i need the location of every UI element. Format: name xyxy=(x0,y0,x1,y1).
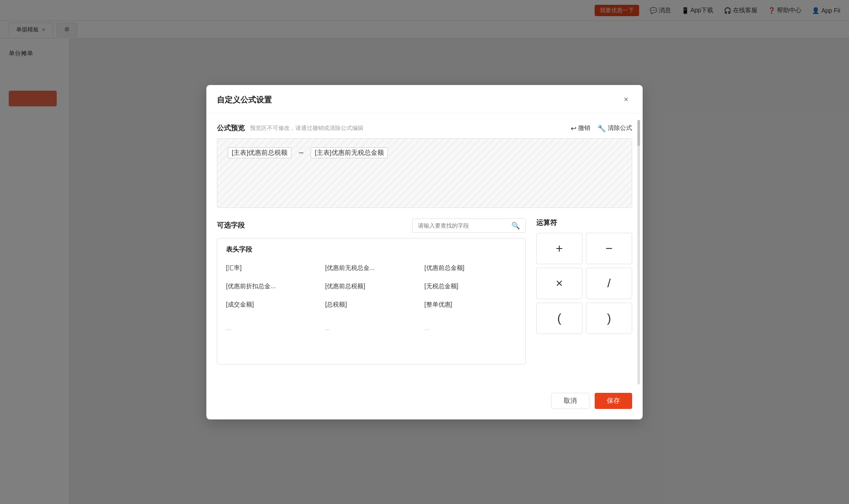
undo-label: 撤销 xyxy=(578,124,590,132)
fields-panel: 可选字段 🔍 表头字段 [汇率] [优惠 xyxy=(217,218,526,375)
clear-icon: 🔧 xyxy=(597,124,606,133)
fields-search-input[interactable] xyxy=(418,222,508,229)
field-item-pretax-notax-total[interactable]: [优惠前无税总金... xyxy=(322,259,421,277)
operator-plus-button[interactable]: + xyxy=(536,233,582,264)
modal-overlay: 自定义公式设置 × 公式预览 预览区不可修改，请通过撤销或清除公式编辑 ↩ 撤销 xyxy=(0,0,849,504)
field-item-total-tax[interactable]: [总税额] xyxy=(322,296,421,314)
formula-preview-box: [主表]优惠前总税额 – [主表]优惠前无税总金额 xyxy=(217,138,632,208)
search-icon: 🔍 xyxy=(511,221,520,230)
field-item-exchange-rate[interactable]: [汇率] xyxy=(223,259,322,277)
multiply-icon: × xyxy=(556,276,563,290)
operator-rparen-button[interactable]: ) xyxy=(586,303,632,334)
modal-scrollbar-thumb xyxy=(637,120,640,146)
formula-preview-title: 公式预览 xyxy=(217,124,245,133)
operator-divide-button[interactable]: / xyxy=(586,268,632,299)
divide-icon: / xyxy=(607,276,611,290)
fields-title: 可选字段 xyxy=(217,221,245,230)
fields-group-title: 表头字段 xyxy=(217,238,525,259)
formula-hint-text: 预览区不可修改，请通过撤销或清除公式编辑 xyxy=(250,124,363,132)
operator-minus-button[interactable]: − xyxy=(586,233,632,264)
formula-preview-section: 公式预览 预览区不可修改，请通过撤销或清除公式编辑 ↩ 撤销 🔧 清除公式 xyxy=(217,124,632,208)
field-item-notax-total[interactable]: [无税总金额] xyxy=(421,277,520,296)
operators-panel: 运算符 + − × / xyxy=(536,218,632,375)
bottom-section: 可选字段 🔍 表头字段 [汇率] [优惠 xyxy=(217,218,632,375)
fields-header: 可选字段 🔍 xyxy=(217,218,526,233)
save-button[interactable]: 保存 xyxy=(595,393,632,409)
clear-formula-label: 清除公式 xyxy=(608,124,632,132)
formula-modal: 自定义公式设置 × 公式预览 预览区不可修改，请通过撤销或清除公式编辑 ↩ 撤销 xyxy=(206,85,643,419)
undo-icon: ↩ xyxy=(571,124,576,133)
field-item-more-3[interactable]: ... xyxy=(421,319,520,337)
field-item-more-1[interactable]: ... xyxy=(223,319,322,337)
field-item-transaction-amount[interactable]: [成交金额] xyxy=(223,296,322,314)
field-item-pretax-discount-total[interactable]: [优惠前折扣总金... xyxy=(223,277,322,296)
operators-grid: + − × / ( xyxy=(536,233,632,334)
modal-close-button[interactable]: × xyxy=(620,94,632,106)
field-item-pretax-total-amount[interactable]: [优惠前总金额] xyxy=(421,259,520,277)
formula-label-row: 公式预览 预览区不可修改，请通过撤销或清除公式编辑 ↩ 撤销 🔧 清除公式 xyxy=(217,124,632,133)
field-item-pretax-total-tax[interactable]: [优惠前总税额] xyxy=(322,277,421,296)
modal-footer: 取消 保存 xyxy=(206,386,643,419)
field-item-order-discount[interactable]: [整单优惠] xyxy=(421,296,520,314)
formula-actions: ↩ 撤销 🔧 清除公式 xyxy=(571,124,632,133)
modal-scrollbar[interactable] xyxy=(637,120,640,385)
field-item-more-2[interactable]: ... xyxy=(322,319,421,337)
formula-content: [主表]优惠前总税额 – [主表]优惠前无税总金额 xyxy=(228,147,621,158)
modal-header: 自定义公式设置 × xyxy=(206,85,643,113)
formula-operator: – xyxy=(299,148,303,157)
formula-label: 公式预览 预览区不可修改，请通过撤销或清除公式编辑 xyxy=(217,124,363,133)
fields-grid-partial: ... ... ... xyxy=(217,319,525,342)
lparen-icon: ( xyxy=(557,311,561,325)
minus-icon: − xyxy=(606,242,613,255)
clear-formula-button[interactable]: 🔧 清除公式 xyxy=(597,124,632,133)
plus-icon: + xyxy=(556,242,563,255)
fields-search-box[interactable]: 🔍 xyxy=(412,218,526,233)
formula-tag-1: [主表]优惠前总税额 xyxy=(228,147,291,158)
rparen-icon: ) xyxy=(607,311,611,325)
fields-list-box[interactable]: 表头字段 [汇率] [优惠前无税总金... [优惠前总金额] xyxy=(217,238,526,364)
modal-body: 公式预览 预览区不可修改，请通过撤销或清除公式编辑 ↩ 撤销 🔧 清除公式 xyxy=(206,113,643,386)
fields-grid: [汇率] [优惠前无税总金... [优惠前总金额] [优惠前折扣总金... xyxy=(217,259,525,319)
operator-multiply-button[interactable]: × xyxy=(536,268,582,299)
modal-title: 自定义公式设置 xyxy=(217,95,272,105)
operator-lparen-button[interactable]: ( xyxy=(536,303,582,334)
undo-button[interactable]: ↩ 撤销 xyxy=(571,124,590,133)
formula-tag-2: [主表]优惠前无税总金额 xyxy=(311,147,387,158)
operators-title: 运算符 xyxy=(536,218,632,228)
cancel-button[interactable]: 取消 xyxy=(551,393,589,409)
close-icon: × xyxy=(624,95,629,104)
